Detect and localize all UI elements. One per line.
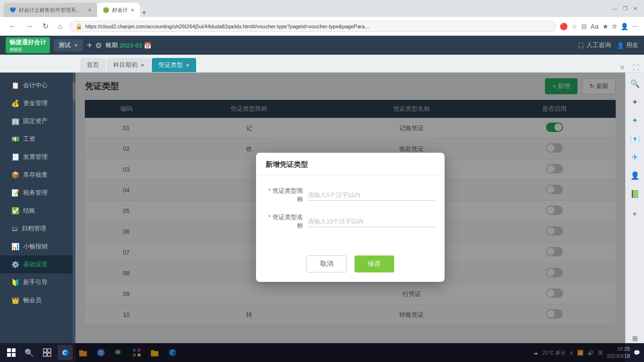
consult-label: 人工咨询 xyxy=(586,41,611,49)
svg-rect-3 xyxy=(12,353,16,357)
add-icon[interactable]: + xyxy=(87,40,92,51)
sidebar-item-invoice[interactable]: 🧾 发票管理 xyxy=(0,148,75,166)
funds-icon: 💰 xyxy=(11,99,19,107)
header-right: 🎧 人工咨询 👤 用友 xyxy=(577,41,638,49)
tab-voucher-type[interactable]: 凭证类型 ✕ xyxy=(152,58,196,72)
sidebar-item-inventory-label: 库存核查 xyxy=(23,171,48,179)
new-voucher-type-dialog: 新增凭证类型 凭证类型简称 凭证类型名称 取消 保存 xyxy=(256,153,445,282)
sidebar-item-checkout[interactable]: ✅ 结账 xyxy=(0,202,75,220)
window-maximize[interactable]: ❐ xyxy=(620,5,630,13)
security-icon: 🔒 xyxy=(75,23,83,30)
sidebar-item-tax[interactable]: 📝 税务管理 xyxy=(0,184,75,202)
settings-icon[interactable]: ⚙ xyxy=(95,41,102,50)
extensions-icon[interactable]: 🔴 xyxy=(560,23,568,30)
app-logo-sub: 旗舰版 xyxy=(9,47,46,53)
url-bar[interactable]: 🔒 https://cloud2.chanjet.com/accounting/… xyxy=(69,21,556,32)
sidebar-item-salary[interactable]: 💵 工资 xyxy=(0,130,75,148)
period-calendar-icon[interactable]: 📅 xyxy=(144,42,151,49)
user-menu[interactable]: 👤 用友 xyxy=(617,41,638,49)
nav-refresh[interactable]: ↻ xyxy=(40,21,51,32)
abbr-input[interactable] xyxy=(308,189,435,201)
sidebar-item-archive[interactable]: 🗂 归档管理 xyxy=(0,220,75,238)
tab-voucher-type-close[interactable]: ✕ xyxy=(186,63,190,68)
sidebar-item-archive-label: 归档管理 xyxy=(22,224,46,233)
member-icon: 👑 xyxy=(11,296,19,304)
browser-tab-1-label: 好会计云财务软件管理系统_会计 xyxy=(19,7,85,14)
sidebar-item-expense[interactable]: 📊 小畅报销 xyxy=(0,238,75,255)
side-copilot-icon[interactable]: ✦ xyxy=(629,113,641,128)
sidebar-item-member[interactable]: 👑 畅会员 xyxy=(0,291,75,309)
user-avatar-icon: 👤 xyxy=(617,42,624,49)
dialog-body: 凭证类型简称 凭证类型名称 xyxy=(256,175,445,251)
side-apps-icon[interactable]: 📗 xyxy=(627,187,643,201)
nav-back[interactable]: ← xyxy=(6,21,19,32)
bookmark-icon[interactable]: ☆ xyxy=(571,23,578,30)
sidebar-item-assets[interactable]: 🏢 固定资产 xyxy=(0,112,75,130)
side-user-icon[interactable]: 👤 xyxy=(627,168,643,183)
name-field-row: 凭证类型名称 xyxy=(265,213,435,230)
favorites-icon[interactable]: ★ xyxy=(603,23,609,30)
start-button[interactable] xyxy=(4,345,19,360)
reading-mode-icon[interactable]: Aa xyxy=(591,23,599,30)
sidebar-item-funds-label: 资金管理 xyxy=(23,99,48,107)
side-favorites-icon[interactable]: ✦ xyxy=(629,95,641,109)
browser-tab-2[interactable]: 🟢 好会计 ✕ xyxy=(97,3,140,17)
app-tabs-bar: 首页 科目期初 ✕ 凭证类型 ✕ ✕ ⛶ xyxy=(0,55,644,73)
salary-icon: 💵 xyxy=(11,135,19,143)
window-close[interactable]: ✕ xyxy=(630,5,640,13)
browser-tabs-bar: 💙 好会计云财务软件管理系统_会计 ✕ 🟢 好会计 ✕ + xyxy=(0,0,609,17)
sidebar-item-inventory[interactable]: 📦 库存核查 xyxy=(0,166,75,184)
sidebar-item-accounting-label: 会计中心 xyxy=(23,81,48,90)
sidebar-item-assets-label: 固定资产 xyxy=(23,117,48,125)
sidebar-item-invoice-label: 发票管理 xyxy=(23,153,48,161)
name-input[interactable] xyxy=(308,216,435,227)
side-collections-icon[interactable]: ✈ xyxy=(629,150,641,165)
window-minimize[interactable]: — xyxy=(609,5,620,12)
tab-subject-init-label: 科目期初 xyxy=(113,61,138,69)
split-view-icon[interactable]: ⊟ xyxy=(581,23,587,30)
tab-area-close-icon[interactable]: ✕ xyxy=(617,63,628,72)
side-search-icon[interactable]: 🔍 xyxy=(627,76,643,91)
tax-icon: 📝 xyxy=(11,189,19,197)
side-add-icon[interactable]: + xyxy=(630,207,640,221)
collections-icon[interactable]: ⧈ xyxy=(612,22,617,30)
save-button[interactable]: 保存 xyxy=(355,255,394,272)
svg-rect-5 xyxy=(48,349,51,352)
svg-rect-2 xyxy=(7,353,11,357)
svg-rect-7 xyxy=(48,353,51,356)
taskbar-notification-icon[interactable]: 💬 xyxy=(634,350,640,356)
tab-area-expand-icon[interactable]: ⛶ xyxy=(630,63,642,72)
svg-rect-4 xyxy=(43,349,47,352)
tab-subject-init[interactable]: 科目期初 ✕ xyxy=(107,58,151,72)
more-icon[interactable]: ··· xyxy=(632,22,638,31)
workspace-selector[interactable]: 测试 ▼ xyxy=(54,39,83,51)
profile-icon[interactable]: 👤 xyxy=(620,23,628,30)
cancel-button[interactable]: 取消 xyxy=(306,255,347,272)
period-label: 账期 xyxy=(106,41,118,49)
app-logo: 畅捷通好合计 旗舰版 xyxy=(6,37,50,54)
sidebar-item-funds[interactable]: 💰 资金管理 xyxy=(0,94,75,112)
tab-subject-init-close[interactable]: ✕ xyxy=(140,63,144,68)
browser-tab-1-close[interactable]: ✕ xyxy=(88,8,91,13)
taskbar-multitask-icon[interactable] xyxy=(40,345,55,360)
taskbar-edge-icon[interactable] xyxy=(58,345,73,360)
sidebar-item-checkout-label: 结账 xyxy=(23,206,35,215)
tab-home[interactable]: 首页 xyxy=(80,58,106,72)
browser-tab-2-close[interactable]: ✕ xyxy=(131,8,134,13)
sidebar-item-salary-label: 工资 xyxy=(23,135,35,143)
side-outlook-icon[interactable]: 📧 xyxy=(627,132,643,146)
sidebar-item-accounting[interactable]: 📋 会计中心 xyxy=(0,76,75,94)
new-tab-button[interactable]: + xyxy=(142,8,146,17)
header-icons: + ⚙ xyxy=(87,40,102,51)
app-header: 畅捷通好合计 旗舰版 测试 ▼ + ⚙ 账期 2023-03 📅 🎧 人工咨询 … xyxy=(0,36,644,55)
taskbar-search-button[interactable]: 🔍 xyxy=(22,345,37,360)
tab-home-label: 首页 xyxy=(87,61,99,69)
sidebar-item-guide[interactable]: 🔰 新手引导 xyxy=(0,273,75,291)
sidebar-item-settings[interactable]: ⚙️ 基础设置 xyxy=(0,255,75,273)
browser-tab-1[interactable]: 💙 好会计云财务软件管理系统_会计 ✕ xyxy=(4,3,97,17)
consult-button[interactable]: 🎧 人工咨询 xyxy=(577,41,611,49)
headset-icon: 🎧 xyxy=(577,42,585,49)
nav-forward[interactable]: → xyxy=(23,21,36,32)
name-label: 凭证类型名称 xyxy=(265,213,308,230)
nav-home[interactable]: ⌂ xyxy=(55,21,66,32)
